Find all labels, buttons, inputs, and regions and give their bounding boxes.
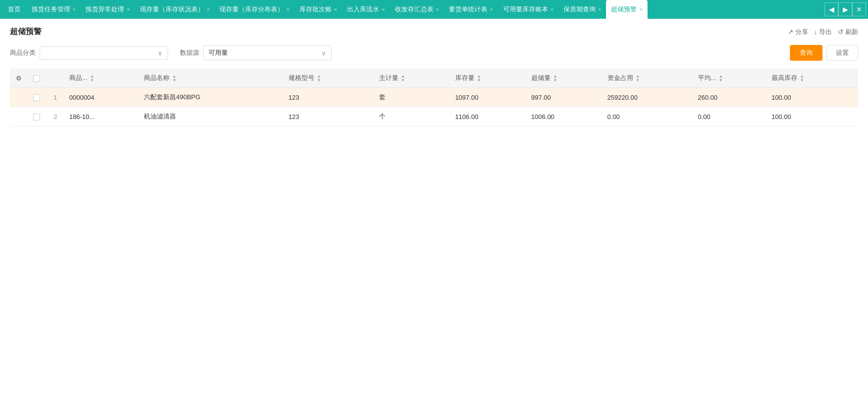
tab-baozhi-chaxun[interactable]: 保质期查询 ×	[559, 0, 606, 19]
filter-actions: 查询 设置	[790, 45, 858, 61]
tab-close-icon[interactable]: ×	[551, 6, 554, 12]
datasource-select[interactable]: 可用量 ∨	[203, 45, 332, 60]
col-header-checkbox[interactable]	[28, 69, 45, 88]
tab-close-icon[interactable]: ×	[598, 6, 601, 12]
col-header-overstock[interactable]: 超储量 ▲▼	[527, 69, 604, 88]
nav-tabs: 拣货任务管理 × 拣货异常处理 × 现存量（库存状况表） × 现存量（库存分布表…	[27, 0, 648, 19]
row-checkbox[interactable]	[33, 114, 40, 120]
top-nav: 首页 拣货任务管理 × 拣货异常处理 × 现存量（库存状况表） × 现存量（库存…	[0, 0, 868, 19]
tab-keyongliang[interactable]: 可用量库存账本 ×	[498, 0, 559, 19]
row-stock: 1097.00	[451, 88, 527, 107]
gear-icon: ⚙	[16, 75, 22, 82]
col-header-spec[interactable]: 规格型号 ▲▼	[285, 69, 375, 88]
col-header-stock[interactable]: 库存量 ▲▼	[451, 69, 527, 88]
col-header-code[interactable]: 商品... ▲▼	[65, 69, 140, 88]
tab-close-icon[interactable]: ×	[436, 6, 439, 12]
col-header-maxstock[interactable]: 最高库存 ▲▼	[768, 69, 858, 88]
tab-close-icon[interactable]: ×	[382, 6, 385, 12]
row-name: 机油滤清器	[140, 107, 284, 126]
chevron-down-icon: ∨	[158, 49, 163, 57]
row-unit: 个	[375, 107, 451, 126]
row-name: 六配套新昌490BPG	[140, 88, 284, 107]
col-header-capital[interactable]: 资金占用 ▲▼	[604, 69, 694, 88]
row-checkbox[interactable]	[33, 94, 40, 101]
main-content: 超储预警 ↗ 分享 ↓ 导出 ↺ 刷新 商品分类 ∨ 数据源	[0, 19, 868, 395]
page-header: 超储预警 ↗ 分享 ↓ 导出 ↺ 刷新	[10, 27, 858, 37]
select-all-checkbox[interactable]	[33, 75, 40, 82]
tab-xiancunliang-kuaizhuang[interactable]: 现存量（库存状况表） ×	[135, 0, 215, 19]
sort-icon: ▲▼	[173, 75, 176, 82]
export-button[interactable]: ↓ 导出	[814, 28, 832, 37]
tab-close-icon[interactable]: ×	[639, 6, 642, 12]
row-stock: 1106.00	[451, 107, 527, 126]
row-index: 2	[45, 107, 65, 126]
row-capital: 259220.00	[604, 88, 694, 107]
sort-icon: ▲▼	[636, 75, 640, 82]
chevron-down-icon: ∨	[321, 49, 326, 57]
row-avg: 260.00	[694, 88, 768, 107]
sort-icon: ▲▼	[477, 75, 481, 82]
tab-close-icon[interactable]: ×	[73, 6, 76, 12]
row-checkbox-cell[interactable]	[28, 107, 45, 126]
tab-jianhuo-yichang[interactable]: 拣货异常处理 ×	[81, 0, 134, 19]
sort-icon: ▲▼	[317, 75, 321, 82]
row-overstock: 1006.00	[527, 107, 604, 126]
row-code: 186-10...	[65, 107, 140, 126]
row-overstock: 997.00	[527, 88, 604, 107]
tab-churuku-liushui[interactable]: 出入库流水 ×	[342, 0, 390, 19]
table-row: 2 186-10... 机油滤清器 123 个 1106.00 1006.00 …	[10, 107, 858, 126]
sort-icon: ▲▼	[719, 75, 723, 82]
row-index: 1	[45, 88, 65, 107]
nav-close-all-button[interactable]: ✕	[852, 2, 866, 16]
row-spec: 123	[285, 88, 375, 107]
tab-close-icon[interactable]: ×	[286, 6, 289, 12]
tab-yaohuo-tongji[interactable]: 要货单统计表 ×	[444, 0, 498, 19]
sort-icon: ▲▼	[90, 75, 94, 82]
row-capital: 0.00	[604, 107, 694, 126]
tab-close-icon[interactable]: ×	[334, 6, 337, 12]
export-icon: ↓	[814, 28, 818, 36]
data-table: ⚙ 商品... ▲▼ 商品名称 ▲▼ 规格型号 ▲▼	[10, 69, 858, 126]
sort-icon: ▲▼	[401, 75, 405, 82]
filter-bar: 商品分类 ∨ 数据源 可用量 ∨ 查询 设置	[10, 45, 858, 61]
col-header-settings[interactable]: ⚙	[10, 69, 28, 88]
tab-chaochuyujing[interactable]: 超储预警 ×	[606, 0, 647, 19]
header-actions: ↗ 分享 ↓ 导出 ↺ 刷新	[788, 28, 859, 37]
datasource-label: 数据源	[180, 48, 199, 57]
row-spec: 123	[285, 107, 375, 126]
tab-shoufacun[interactable]: 收发存汇总表 ×	[390, 0, 444, 19]
page-title: 超储预警	[10, 27, 42, 37]
col-header-index	[45, 69, 65, 88]
refresh-icon: ↺	[838, 28, 843, 36]
tab-close-icon[interactable]: ×	[490, 6, 493, 12]
nav-arrows: ◀ ▶ ✕	[825, 2, 866, 16]
row-code: 0000004	[65, 88, 140, 107]
tab-kucun-pici[interactable]: 库存批次账 ×	[295, 0, 342, 19]
row-maxstock: 100.00	[768, 107, 858, 126]
tab-close-icon[interactable]: ×	[207, 6, 210, 12]
tab-close-icon[interactable]: ×	[127, 6, 130, 12]
nav-next-button[interactable]: ▶	[838, 2, 852, 16]
category-label: 商品分类	[10, 48, 36, 57]
tab-jianhuorenwu[interactable]: 拣货任务管理 ×	[27, 0, 81, 19]
share-button[interactable]: ↗ 分享	[788, 28, 808, 37]
col-header-avg[interactable]: 平均... ▲▼	[694, 69, 768, 88]
nav-prev-button[interactable]: ◀	[825, 2, 838, 16]
row-avg: 0.00	[694, 107, 768, 126]
share-icon: ↗	[788, 28, 793, 36]
filter-category: 商品分类 ∨	[10, 46, 168, 60]
sort-icon: ▲▼	[553, 75, 557, 82]
nav-home[interactable]: 首页	[2, 5, 27, 14]
refresh-button[interactable]: ↺ 刷新	[838, 28, 858, 37]
query-button[interactable]: 查询	[790, 45, 823, 61]
category-select[interactable]: ∨	[40, 46, 168, 60]
sort-icon: ▲▼	[800, 75, 804, 82]
row-checkbox-cell[interactable]	[28, 88, 45, 107]
row-unit: 套	[375, 88, 451, 107]
col-header-unit[interactable]: 主计量 ▲▼	[375, 69, 451, 88]
settings-button[interactable]: 设置	[826, 45, 858, 61]
tab-xiancunliang-fenbiao[interactable]: 现存量（库存分布表） ×	[215, 0, 294, 19]
table-row: 1 0000004 六配套新昌490BPG 123 套 1097.00 997.…	[10, 88, 858, 107]
col-header-name[interactable]: 商品名称 ▲▼	[140, 69, 284, 88]
row-maxstock: 100.00	[768, 88, 858, 107]
